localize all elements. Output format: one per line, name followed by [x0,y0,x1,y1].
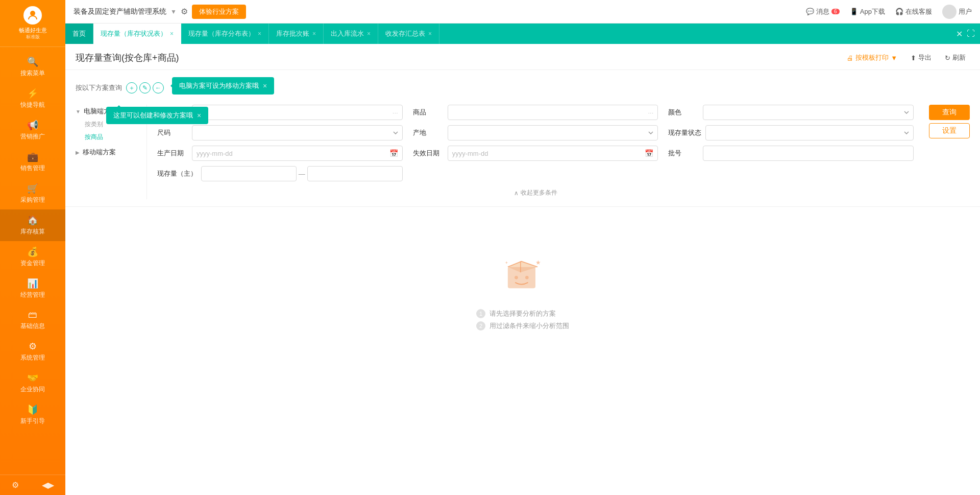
add-scheme-btn[interactable]: ＋ [126,82,137,93]
tab-home[interactable]: 首页 [65,23,93,44]
sidebar: 畅通好生意 标准版 🔍 搜索菜单 ⚡ 快捷导航 📢 营销推广 💼 销售管理 🛒 … [0,0,65,495]
batch-input[interactable] [703,146,914,161]
goods-dots[interactable]: ··· [648,109,653,116]
notification-item[interactable]: 💬 消息 6 [806,7,840,16]
tab-stock-status-label: 现存量（库存状况表） [101,29,167,38]
sidebar-item-sales[interactable]: 💼 销售管理 [0,146,65,178]
user-label: 用户 [959,7,972,16]
stock-main-max-input[interactable] [307,166,403,181]
tab-stock-batch-label: 库存批次账 [276,29,309,38]
origin-select[interactable] [448,125,658,140]
sidebar-item-search[interactable]: 🔍 搜索菜单 [0,51,65,83]
tab-collect-summary[interactable]: 收发存汇总表 × [378,23,439,44]
empty-tips: 1 请先选择要分析的方案 2 用过滤条件来缩小分析范围 [476,309,569,334]
tab-stock-batch-close[interactable]: × [312,30,316,37]
tab-inout-flow-close[interactable]: × [367,30,371,37]
back-arrow-btn[interactable]: ← [153,82,164,93]
svg-point-4 [525,276,529,279]
prod-date-placeholder: yyyy-mm-dd [197,150,389,157]
filter-body: ▼ 电脑端方案 按类别 按商品 ▶ 移动端方案 [76,105,970,199]
sidebar-item-base[interactable]: 🗃 基础信息 [0,304,65,336]
scheme-tooltip-close-btn[interactable]: × [263,82,267,90]
industry-button[interactable]: 体验行业方案 [192,5,246,19]
sidebar-item-purchase[interactable]: 🛒 采购管理 [0,178,65,209]
color-select[interactable] [703,105,914,120]
sidebar-item-quicknav[interactable]: ⚡ 快捷导航 [0,83,65,114]
search-button[interactable]: 查询 [929,105,970,120]
tab-collect-summary-close[interactable]: × [428,30,432,37]
sidebar-item-system[interactable]: ⚙ 系统管理 [0,336,65,367]
tab-stock-dist-label: 现存量（库存分布表） [188,29,255,38]
mobile-scheme-label: 移动端方案 [83,148,116,157]
color-label: 颜色 [668,108,699,117]
export-icon: ⬆ [911,54,916,62]
mobile-scheme-item[interactable]: ▶ 移动端方案 [76,146,139,159]
expire-date-filter: 失效日期 yyyy-mm-dd 📅 [413,146,658,161]
stock-status-select[interactable] [705,125,914,140]
tab-stock-status[interactable]: 现存量（库存状况表） × [93,23,181,44]
tab-fullscreen-icon[interactable]: ⛶ [967,29,975,38]
export-btn[interactable]: ⬆ 导出 [906,51,936,64]
filter-action-icons: ＋ ✎ ← [126,82,164,93]
user-item[interactable]: 用户 [942,5,972,19]
prod-date-input-wrapper[interactable]: yyyy-mm-dd 📅 [192,146,403,161]
tab-stock-status-close[interactable]: × [170,30,174,37]
edit-scheme-btn[interactable]: ✎ [139,82,151,93]
service-icon: 🎧 [895,8,903,15]
top-header: 装备及固定资产辅助管理系统 ▼ ⚙ 体验行业方案 💬 消息 6 📱 App下载 … [65,0,980,23]
sidebar-item-marketing[interactable]: 📢 营销推广 [0,114,65,146]
collapse-label: 收起更多条件 [521,188,557,197]
expire-date-placeholder: yyyy-mm-dd [452,150,645,157]
filter-fields: 仓库 ··· 商品 ··· [157,105,914,199]
create-scheme-tooltip-text: 这里可以创建和修改方案哦 [113,111,193,120]
expire-date-input-wrapper[interactable]: yyyy-mm-dd 📅 [448,146,658,161]
sidebar-item-ops[interactable]: 📊 经营管理 [0,273,65,304]
tab-stock-batch[interactable]: 库存批次账 × [269,23,324,44]
stock-main-min-input[interactable] [201,166,297,181]
sidebar-item-guide[interactable]: 🔰 新手引导 [0,399,65,431]
warehouse-dots[interactable]: ··· [393,109,398,116]
size-select[interactable] [192,125,403,140]
stock-status-label: 现存量状态 [668,128,701,137]
prod-date-calendar-icon: 📅 [389,149,398,157]
size-label: 尺码 [157,128,188,137]
refresh-btn[interactable]: ↻ 刷新 [941,51,970,64]
empty-state: ★ ✦ 1 请先选择要分析的方案 2 用过滤条件来缩小分析范围 [65,207,980,374]
reset-button[interactable]: 设置 [929,123,970,138]
pc-sub-item-2[interactable]: 按商品 [85,131,139,144]
settings-bottom-btn[interactable]: ⚙ [12,480,19,490]
batch-label: 批号 [668,149,699,158]
goods-filter: 商品 ··· [413,105,658,120]
mobile-scheme-arrow-icon: ▶ [76,150,80,155]
svg-text:✦: ✦ [505,260,508,265]
sidebar-item-inventory-label: 库存核算 [20,227,45,236]
online-service-item[interactable]: 🎧 在线客服 [895,7,932,16]
sidebar-logo: 畅通好生意 标准版 [0,0,65,47]
sidebar-item-enterprise[interactable]: 🤝 企业协同 [0,367,65,399]
sidebar-item-finance[interactable]: 💰 资金管理 [0,241,65,273]
sidebar-item-marketing-label: 营销推广 [20,132,45,141]
notification-label: 消息 [816,7,829,16]
tab-inout-flow[interactable]: 出入库流水 × [324,23,378,44]
dropdown-arrow-icon: ▼ [170,8,177,15]
create-tooltip-close-btn[interactable]: × [197,111,201,120]
header-settings-icon[interactable]: ⚙ [181,7,188,16]
tab-spacer [439,23,951,44]
ops-icon: 📊 [27,278,38,289]
app-download-item[interactable]: 📱 App下载 [850,7,885,16]
sidebar-item-quicknav-label: 快捷导航 [20,101,45,109]
refresh-label: 刷新 [952,53,966,62]
sidebar-item-inventory[interactable]: 🏠 库存核算 [0,209,65,241]
warehouse-input-wrapper[interactable]: ··· [192,105,403,120]
header-left: 装备及固定资产辅助管理系统 ▼ ⚙ 体验行业方案 [74,5,246,19]
tip-2-text: 用过滤条件来缩小分析范围 [489,321,569,331]
finance-icon: 💰 [27,246,38,257]
tab-stock-dist-close[interactable]: × [258,30,261,37]
tab-stock-dist[interactable]: 现存量（库存分布表） × [181,23,269,44]
svg-point-0 [30,11,35,16]
collapse-sidebar-btn[interactable]: ◀▶ [42,480,54,490]
template-print-btn[interactable]: 🖨 按模板打印 ▼ [843,51,901,64]
collapse-btn[interactable]: ∧ 收起更多条件 [514,188,557,197]
tab-close-all-icon[interactable]: ✕ [956,29,963,39]
goods-input-wrapper[interactable]: ··· [448,105,658,120]
